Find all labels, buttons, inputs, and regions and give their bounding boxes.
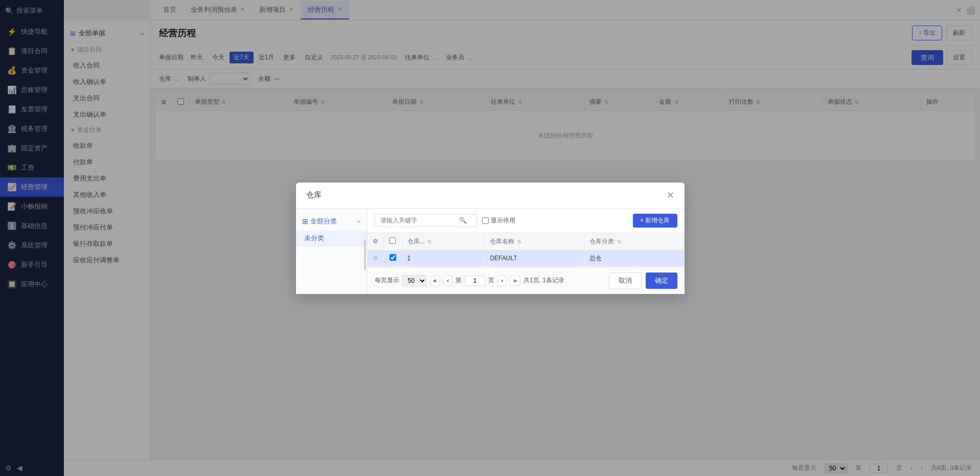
modal-pagination: 每页显示 50 « ‹ 第 页 › » 共1页, 1条记录 bbox=[375, 275, 564, 286]
modal-col-name: 仓库名称 ⇅ bbox=[485, 233, 584, 251]
row-checkbox[interactable] bbox=[383, 250, 402, 266]
modal-per-page-select[interactable]: 50 bbox=[402, 275, 427, 286]
modal-prev-page-btn[interactable]: ‹ bbox=[443, 276, 452, 286]
modal-actions: 取消 确定 bbox=[609, 273, 677, 289]
show-disabled-checkbox[interactable] bbox=[482, 217, 489, 224]
modal-search-input[interactable] bbox=[380, 217, 457, 224]
modal-header: 仓库 ✕ bbox=[296, 183, 685, 209]
modal-col-settings[interactable]: ⚙ bbox=[368, 233, 384, 251]
modal-per-page-label: 每页显示 bbox=[375, 276, 399, 285]
row-settings: ⚙ bbox=[368, 250, 384, 266]
modal-sidebar-uncategorized[interactable]: 未分类 bbox=[296, 230, 367, 246]
modal-search-box: 🔍 bbox=[375, 214, 477, 227]
modal-col-category: 仓库分类 ⇅ bbox=[584, 233, 684, 251]
modal-sidebar-collapse[interactable]: « bbox=[357, 217, 360, 225]
row-id: 1 bbox=[402, 250, 485, 266]
row-code: DEFAULT bbox=[485, 250, 584, 266]
modal-table: ⚙ 仓库... ⇅ 仓库名称 ⇅ 仓库分类 ⇅ ⚙ bbox=[368, 233, 685, 267]
modal-total: 共1页, 1条记录 bbox=[523, 276, 564, 285]
show-disabled-text: 显示停用 bbox=[491, 216, 515, 225]
confirm-button[interactable]: 确定 bbox=[646, 273, 677, 289]
cancel-button[interactable]: 取消 bbox=[609, 273, 642, 289]
modal-first-page-btn[interactable]: « bbox=[430, 276, 441, 286]
modal-col-checkbox[interactable] bbox=[383, 233, 402, 251]
modal-overlay[interactable]: 仓库 ✕ ⊞ 全部分类 « 未分类 bbox=[0, 0, 980, 476]
modal-all-label[interactable]: 全部分类 bbox=[310, 217, 337, 226]
modal-footer: 每页显示 50 « ‹ 第 页 › » 共1页, 1条记录 bbox=[368, 267, 685, 294]
modal-last-page-btn[interactable]: » bbox=[510, 276, 520, 286]
modal-sidebar: ⊞ 全部分类 « 未分类 bbox=[296, 209, 368, 294]
modal-table-area: ⚙ 仓库... ⇅ 仓库名称 ⇅ 仓库分类 ⇅ ⚙ bbox=[368, 233, 685, 267]
row-name: 总仓 bbox=[584, 250, 684, 266]
warehouse-modal: 仓库 ✕ ⊞ 全部分类 « 未分类 bbox=[296, 183, 685, 294]
modal-sidebar-header: ⊞ 全部分类 « bbox=[296, 213, 367, 230]
modal-page-label: 第 bbox=[455, 276, 462, 285]
modal-grid-icon: ⊞ bbox=[302, 217, 308, 225]
modal-select-all[interactable] bbox=[389, 237, 396, 244]
modal-next-page-btn[interactable]: › bbox=[497, 276, 507, 286]
modal-page-input[interactable] bbox=[465, 276, 485, 286]
modal-content: 🔍 显示停用 + 新增仓库 ⚙ bbox=[368, 209, 685, 294]
modal-body: ⊞ 全部分类 « 未分类 🔍 显示 bbox=[296, 209, 685, 294]
modal-page-label-2: 页 bbox=[488, 276, 494, 285]
modal-col-id: 仓库... ⇅ bbox=[402, 233, 485, 251]
add-warehouse-button[interactable]: + 新增仓库 bbox=[633, 214, 677, 228]
row-select-checkbox[interactable] bbox=[390, 254, 396, 261]
modal-toolbar: 🔍 显示停用 + 新增仓库 bbox=[368, 209, 685, 233]
show-disabled-label: 显示停用 bbox=[482, 216, 515, 225]
modal-close-button[interactable]: ✕ bbox=[667, 190, 674, 201]
modal-title: 仓库 bbox=[306, 190, 322, 200]
table-row[interactable]: ⚙ 1 DEFAULT 总仓 bbox=[368, 250, 685, 266]
modal-sidebar-scrollbar bbox=[364, 239, 366, 270]
modal-search-icon[interactable]: 🔍 bbox=[459, 217, 467, 224]
